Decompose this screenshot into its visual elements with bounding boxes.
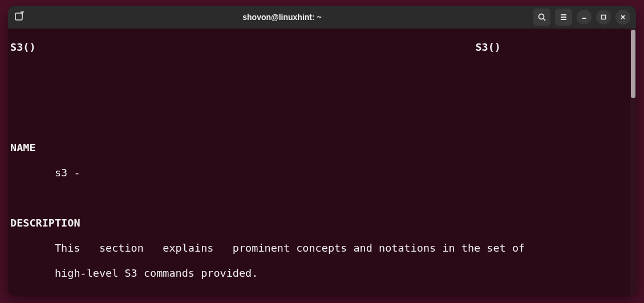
man-header-left: S3() (10, 41, 36, 54)
hamburger-menu-button[interactable] (555, 9, 572, 26)
desc-line: high-level S3 commands provided. (10, 267, 634, 280)
svg-rect-0 (15, 13, 22, 20)
name-line: s3 - (10, 167, 634, 179)
scrollbar-thumb[interactable] (631, 30, 635, 98)
desc-line: This section explains prominent concepts… (10, 242, 634, 254)
svg-point-3 (539, 14, 544, 19)
scrollbar-track[interactable] (630, 29, 636, 296)
terminal-window: shovon@linuxhint: ~ (8, 6, 636, 296)
terminal-area[interactable]: S3()S3() NAME s3 - DESCRIPTION This sect… (8, 29, 636, 296)
new-tab-icon[interactable] (14, 11, 25, 23)
svg-rect-9 (602, 15, 606, 19)
maximize-button[interactable] (596, 10, 611, 25)
man-page-content: S3()S3() NAME s3 - DESCRIPTION This sect… (8, 29, 636, 296)
window-title: shovon@linuxhint: ~ (31, 13, 533, 22)
close-button[interactable] (615, 10, 630, 25)
search-button[interactable] (533, 9, 550, 26)
minimize-button[interactable] (577, 10, 592, 25)
section-name-heading: NAME (10, 142, 634, 154)
section-description-heading: DESCRIPTION (10, 217, 634, 229)
man-header-right: S3() (475, 41, 501, 54)
titlebar: shovon@linuxhint: ~ (8, 6, 636, 29)
svg-line-4 (544, 19, 546, 21)
